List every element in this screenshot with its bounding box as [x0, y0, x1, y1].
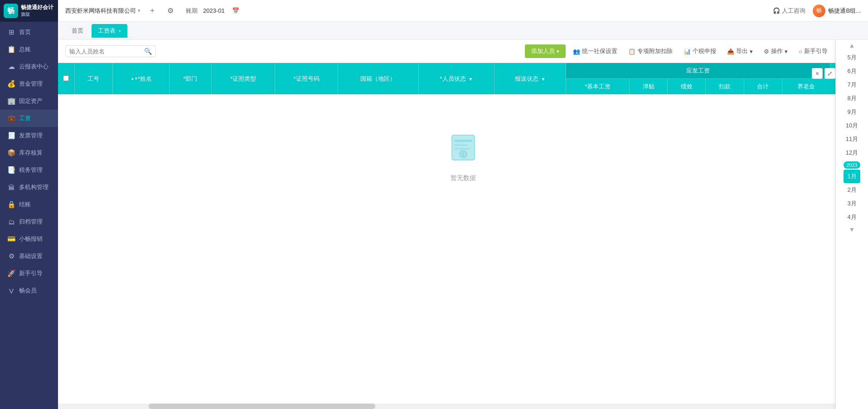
sidebar-item-ledger[interactable]: 📋总账 [0, 41, 58, 58]
sidebar-item-cloud-report[interactable]: ☁云报表中心 [0, 58, 58, 75]
th-wage-group: 应发工资 [566, 63, 830, 79]
sidebar-item-inventory[interactable]: 📦库存核算 [0, 144, 58, 161]
special-deduction-btn[interactable]: 📋 专项附加扣除 [625, 45, 676, 58]
sidebar-item-multi-org[interactable]: 🏛多机构管理 [0, 179, 58, 196]
personal-tax-icon: 📊 [684, 48, 691, 55]
sidebar-item-archive[interactable]: 🗂归档管理 [0, 213, 58, 230]
multi-org-nav-icon: 🏛 [7, 184, 15, 191]
tax-nav-icon: 📑 [7, 166, 15, 174]
sidebar-item-expense[interactable]: 💳小畅报销 [0, 230, 58, 248]
report-filter-icon[interactable]: ▼ [541, 77, 546, 82]
close-panel-btn[interactable]: × [812, 68, 823, 79]
logo-icon: 畅 [4, 4, 18, 18]
empty-text: 暂无数据 [451, 174, 476, 182]
month-item-9月[interactable]: 9月 [844, 105, 860, 119]
social-security-btn[interactable]: 👥 统一社保设置 [569, 45, 621, 58]
sidebar-item-invoice[interactable]: 🧾发票管理 [0, 127, 58, 144]
table-wrap: 工号 ▲▼*姓名 *部门 *证照类型 *证照号码 国籍（地区） *人员状态 ▼ … [58, 63, 868, 404]
svg-rect-2 [454, 144, 468, 146]
operation-icon: ⚙ [764, 48, 769, 55]
sidebar-label-multi-org: 多机构管理 [19, 183, 48, 191]
month-item-10月[interactable]: 10月 [844, 119, 860, 132]
sidebar-label-payroll: 工资 [19, 114, 31, 122]
month-item-7月[interactable]: 7月 [844, 78, 860, 92]
social-security-label: 统一社保设置 [582, 47, 617, 55]
sidebar-item-guide[interactable]: 🚀新手引导 [0, 265, 58, 282]
personal-tax-btn[interactable]: 📊 个税申报 [680, 45, 720, 58]
cloud-report-nav-icon: ☁ [7, 63, 15, 71]
month-scroll-up[interactable]: ▲ [836, 40, 868, 51]
th-report-status: 报送状态 ▼ [495, 63, 566, 94]
service-label: 人工咨询 [782, 7, 805, 15]
sidebar-item-payroll[interactable]: 💼工资 [0, 110, 58, 127]
guide-label: 新手引导 [804, 47, 828, 55]
month-item-6月[interactable]: 6月 [844, 64, 860, 78]
app-name: 畅捷通好会计 [21, 4, 53, 11]
empty-state: :( 暂无数据 [58, 94, 868, 219]
expand-panel-btn[interactable]: ⤢ [824, 68, 835, 79]
search-wrap[interactable]: 🔍 [65, 45, 156, 57]
service-btn[interactable]: 🎧 人工咨询 [773, 7, 805, 15]
invoice-nav-icon: 🧾 [7, 131, 15, 140]
th-id-type: *证照类型 [211, 63, 275, 94]
settings-icon[interactable]: ⚙ [164, 5, 177, 17]
month-item-4月[interactable]: 4月 [844, 210, 860, 224]
th-id-num: *证照号码 [275, 63, 338, 94]
export-btn[interactable]: 📤 导出 ▾ [723, 45, 756, 58]
export-arrow-icon: ▾ [750, 48, 753, 55]
month-panel: ▲ 5月6月7月8月9月10月11月12月20231月2月3月4月 ▼ [835, 40, 868, 409]
sidebar-item-fund[interactable]: 💰资金管理 [0, 75, 58, 93]
month-item-1月[interactable]: 1月 [844, 170, 860, 183]
social-security-icon: 👥 [573, 48, 580, 55]
user-avatar: 畅 [813, 5, 825, 17]
sidebar-label-invoice: 发票管理 [19, 131, 43, 140]
sidebar-item-fixed-assets[interactable]: 🏢固定资产 [0, 93, 58, 110]
month-item-3月[interactable]: 3月 [844, 197, 860, 210]
period-value: 2023-01 [203, 7, 225, 14]
month-item-12月[interactable]: 12月 [844, 146, 860, 160]
add-person-btn[interactable]: 添加人员 ▾ [525, 44, 566, 58]
guide-icon: ○ [799, 48, 802, 55]
toolbar: 🔍 添加人员 ▾ 👥 统一社保设置 📋 专项附加扣除 📊 个税申报 [58, 40, 868, 63]
payroll-nav-icon: 💼 [7, 114, 15, 122]
period-label: 账期 [186, 7, 198, 15]
th-total: 合计 [744, 79, 782, 95]
personal-tax-label: 个税申报 [693, 47, 716, 55]
special-deduction-label: 专项附加扣除 [637, 47, 673, 55]
month-item-11月[interactable]: 11月 [844, 132, 860, 146]
sidebar-label-inventory: 库存核算 [19, 149, 43, 157]
status-filter-icon[interactable]: ▼ [468, 77, 473, 82]
user-area[interactable]: 畅 畅捷通B组... [813, 5, 861, 17]
search-input[interactable] [69, 48, 142, 55]
month-item-8月[interactable]: 8月 [844, 92, 860, 105]
chevron-down-icon: ▾ [138, 8, 141, 14]
operation-arrow-icon: ▾ [785, 48, 788, 55]
add-company-btn[interactable]: ＋ [146, 5, 159, 17]
select-all-checkbox[interactable] [63, 75, 69, 81]
sidebar-label-guide: 新手引导 [19, 269, 43, 278]
sidebar-item-settings[interactable]: ⚙基础设置 [0, 248, 58, 265]
company-selector[interactable]: 西安虾米网络科技有限公司 ▾ [65, 7, 141, 15]
horizontal-scrollbar[interactable] [58, 404, 868, 409]
month-item-2月[interactable]: 2月 [844, 183, 860, 197]
sort-arrows-icon: ▲▼ [131, 77, 138, 81]
user-name: 畅捷通B组... [828, 7, 861, 15]
operation-btn[interactable]: ⚙ 操作 ▾ [760, 45, 791, 58]
th-base-wage: *基本工资 [566, 79, 630, 95]
th-id: 工号 [74, 63, 112, 94]
month-scroll-down[interactable]: ▼ [836, 224, 868, 235]
tab-home[interactable]: 首页 [65, 24, 90, 38]
sidebar-item-tax[interactable]: 📑税务管理 [0, 161, 58, 179]
sidebar-item-member[interactable]: V畅会员 [0, 282, 58, 299]
month-item-5月[interactable]: 5月 [844, 51, 860, 64]
tabbar: 首页 工资表 × [58, 22, 868, 40]
scroll-thumb[interactable] [149, 404, 375, 409]
sidebar-item-close[interactable]: 🔒结账 [0, 196, 58, 213]
tab-close-icon[interactable]: × [118, 28, 121, 34]
th-performance: 绩效 [668, 79, 706, 95]
checkbox-header[interactable] [58, 63, 74, 94]
tab-payroll-table[interactable]: 工资表 × [92, 24, 127, 38]
guide-btn[interactable]: ○ 新手引导 [795, 45, 831, 58]
sidebar-item-home[interactable]: ⊞首页 [0, 24, 58, 41]
calendar-icon[interactable]: 📅 [232, 7, 239, 14]
